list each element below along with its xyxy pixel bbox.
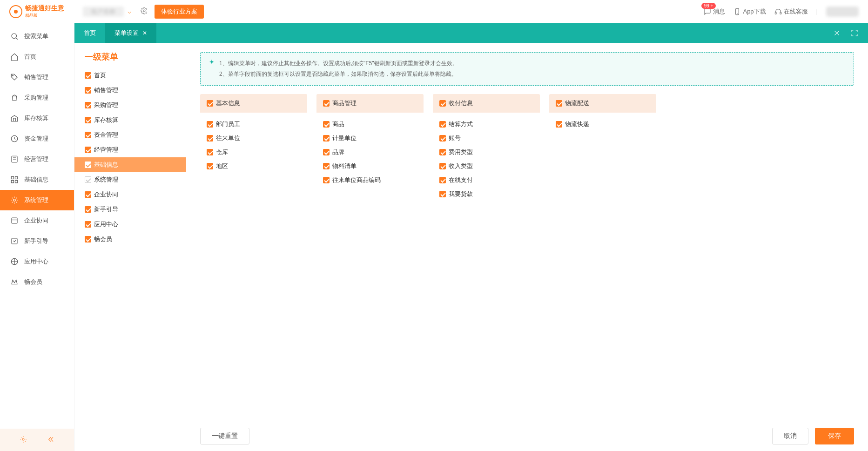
card-header[interactable]: 基本信息 bbox=[200, 94, 307, 113]
checkbox-checked-icon[interactable] bbox=[85, 221, 91, 228]
checkbox-checked-icon[interactable] bbox=[439, 163, 446, 169]
cancel-button[interactable]: 取消 bbox=[772, 428, 808, 444]
wallet-icon bbox=[10, 135, 19, 143]
level1-item-9[interactable]: 新手引导 bbox=[74, 202, 186, 217]
checkbox-checked-icon[interactable] bbox=[207, 135, 213, 141]
card-0: 基本信息部门员工往来单位仓库地区 bbox=[200, 94, 307, 180]
checkbox-checked-icon[interactable] bbox=[323, 100, 330, 107]
fullscreen-icon[interactable] bbox=[848, 27, 861, 39]
card-header[interactable]: 物流配送 bbox=[549, 94, 656, 113]
card-item[interactable]: 结算方式 bbox=[439, 117, 533, 131]
checkbox-checked-icon[interactable] bbox=[85, 72, 91, 79]
checkbox-checked-icon[interactable] bbox=[323, 163, 330, 169]
sidebar-item-11[interactable]: 应用中心 bbox=[0, 251, 74, 272]
checkbox-checked-icon[interactable] bbox=[85, 206, 91, 213]
card-header[interactable]: 收付信息 bbox=[433, 94, 540, 113]
checkbox-checked-icon[interactable] bbox=[439, 149, 446, 155]
card-header[interactable]: 商品管理 bbox=[316, 94, 424, 113]
card-item[interactable]: 部门员工 bbox=[207, 117, 301, 131]
sidebar-item-label: 销售管理 bbox=[24, 73, 48, 81]
card-item[interactable]: 品牌 bbox=[323, 145, 417, 159]
sidebar-item-4[interactable]: 库存核算 bbox=[0, 108, 74, 128]
save-button[interactable]: 保存 bbox=[815, 428, 854, 444]
sidebar-item-7[interactable]: 基础信息 bbox=[0, 169, 74, 190]
sidebar-item-5[interactable]: 资金管理 bbox=[0, 128, 74, 149]
sidebar-item-0[interactable]: 搜索菜单 bbox=[0, 26, 74, 47]
checkbox-checked-icon[interactable] bbox=[556, 121, 562, 128]
level1-item-1[interactable]: 销售管理 bbox=[74, 83, 186, 98]
online-service-button[interactable]: 在线客服 bbox=[774, 7, 808, 16]
level1-item-0[interactable]: 首页 bbox=[74, 68, 186, 83]
collapse-icon[interactable] bbox=[47, 436, 55, 444]
checkbox-checked-icon[interactable] bbox=[323, 177, 330, 183]
close-icon[interactable]: ✕ bbox=[142, 30, 147, 36]
sidebar-item-12[interactable]: 畅会员 bbox=[0, 272, 74, 292]
card-item[interactable]: 物料清单 bbox=[323, 159, 417, 173]
user-avatar[interactable] bbox=[826, 7, 859, 17]
level1-item-5[interactable]: 经营管理 bbox=[74, 142, 186, 157]
checkbox-checked-icon[interactable] bbox=[85, 191, 91, 198]
checkbox-checked-icon[interactable] bbox=[85, 162, 91, 168]
headset-icon bbox=[774, 8, 782, 15]
checkbox-checked-icon[interactable] bbox=[439, 177, 446, 183]
sidebar-item-10[interactable]: 新手引导 bbox=[0, 231, 74, 251]
checkbox-checked-icon[interactable] bbox=[207, 163, 213, 169]
card-item[interactable]: 收入类型 bbox=[439, 159, 533, 173]
level1-item-6[interactable]: 基础信息 bbox=[74, 157, 186, 172]
level1-item-10[interactable]: 应用中心 bbox=[74, 217, 186, 232]
card-item[interactable]: 计量单位 bbox=[323, 131, 417, 145]
card-item[interactable]: 物流快递 bbox=[556, 117, 650, 131]
card-item[interactable]: 在线支付 bbox=[439, 173, 533, 187]
level1-item-7[interactable]: 系统管理 bbox=[74, 172, 186, 187]
sidebar-item-8[interactable]: 系统管理 bbox=[0, 190, 74, 210]
close-all-icon[interactable] bbox=[831, 27, 843, 39]
card-item[interactable]: 往来单位商品编码 bbox=[323, 173, 417, 187]
level1-item-8[interactable]: 企业协同 bbox=[74, 187, 186, 202]
brand-title: 畅捷通好生意 bbox=[25, 4, 64, 13]
checkbox-checked-icon[interactable] bbox=[85, 102, 91, 108]
checkbox-checked-icon[interactable] bbox=[439, 135, 446, 141]
checkbox-checked-icon[interactable] bbox=[439, 191, 446, 197]
level1-item-2[interactable]: 采购管理 bbox=[74, 98, 186, 113]
checkbox-checked-icon[interactable] bbox=[323, 135, 330, 141]
checkbox-checked-icon[interactable] bbox=[85, 236, 91, 242]
level1-item-4[interactable]: 资金管理 bbox=[74, 128, 186, 142]
checkbox-checked-icon[interactable] bbox=[85, 87, 91, 94]
sidebar-item-9[interactable]: 企业协同 bbox=[0, 210, 74, 231]
checkbox-checked-icon[interactable] bbox=[323, 121, 330, 128]
checkbox-checked-icon[interactable] bbox=[85, 117, 91, 123]
sidebar-item-3[interactable]: 采购管理 bbox=[0, 88, 74, 108]
card-item[interactable]: 我要贷款 bbox=[439, 187, 533, 201]
settings-icon[interactable] bbox=[141, 7, 148, 16]
sidebar-item-label: 库存核算 bbox=[24, 114, 48, 122]
card-item[interactable]: 往来单位 bbox=[207, 131, 301, 145]
experience-button[interactable]: 体验行业方案 bbox=[155, 5, 204, 19]
app-download-button[interactable]: App下载 bbox=[733, 7, 766, 16]
card-item[interactable]: 费用类型 bbox=[439, 145, 533, 159]
card-item[interactable]: 账号 bbox=[439, 131, 533, 145]
checkbox-checked-icon[interactable] bbox=[323, 149, 330, 155]
checkbox-checked-icon[interactable] bbox=[207, 121, 213, 128]
card-item[interactable]: 地区 bbox=[207, 159, 301, 173]
sidebar-item-2[interactable]: 销售管理 bbox=[0, 67, 74, 88]
checkbox-checked-icon[interactable] bbox=[85, 147, 91, 153]
checkbox-unchecked-icon[interactable] bbox=[85, 176, 91, 183]
tab-1[interactable]: 菜单设置✕ bbox=[105, 23, 156, 43]
sidebar-item-6[interactable]: 经营管理 bbox=[0, 149, 74, 169]
card-item[interactable]: 商品 bbox=[323, 117, 417, 131]
checkbox-checked-icon[interactable] bbox=[556, 100, 562, 107]
checkbox-checked-icon[interactable] bbox=[439, 100, 446, 107]
level1-item-11[interactable]: 畅会员 bbox=[74, 232, 186, 247]
tab-0[interactable]: 首页 bbox=[74, 23, 105, 43]
messages-button[interactable]: 99 + 消息 bbox=[704, 7, 725, 16]
sidebar-settings-icon[interactable] bbox=[20, 436, 27, 444]
tenant-select[interactable]: 租户名称 ⌵ bbox=[78, 4, 136, 19]
checkbox-checked-icon[interactable] bbox=[85, 132, 91, 138]
checkbox-checked-icon[interactable] bbox=[439, 121, 446, 128]
checkbox-checked-icon[interactable] bbox=[207, 100, 213, 107]
level1-item-3[interactable]: 库存核算 bbox=[74, 113, 186, 128]
reset-button[interactable]: 一键重置 bbox=[200, 428, 249, 444]
card-item[interactable]: 仓库 bbox=[207, 145, 301, 159]
checkbox-checked-icon[interactable] bbox=[207, 149, 213, 155]
sidebar-item-1[interactable]: 首页 bbox=[0, 47, 74, 67]
